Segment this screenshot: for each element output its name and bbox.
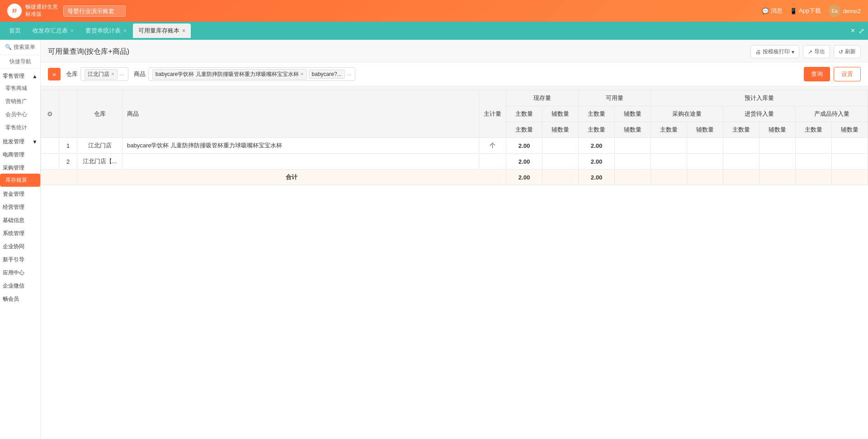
tab-close-receivable[interactable]: × — [71, 28, 74, 34]
sidebar-section-wholesale[interactable]: 批发管理 ▼ — [0, 134, 40, 147]
filter-toggle-btn[interactable]: » — [48, 68, 61, 80]
tab-available-stock[interactable]: 可用量库存账本 × — [133, 24, 191, 38]
th-incoming-main: 主数量 — [723, 122, 760, 138]
summary-label: 合计 — [77, 170, 506, 185]
sidebar-section-system[interactable]: 系统管理 — [0, 226, 40, 239]
message-btn[interactable]: 💬 消息 — [762, 7, 783, 15]
export-btn[interactable]: ↗ 导出 — [803, 45, 830, 58]
sidebar-item-online-store[interactable]: 零售商城 — [0, 82, 40, 95]
sidebar-section-finance[interactable]: 资金管理 — [0, 187, 40, 200]
logo-icon: 好 — [7, 4, 22, 18]
app-download-btn[interactable]: 📱 App下载 — [790, 7, 821, 15]
tab-close-available-stock[interactable]: × — [182, 28, 185, 34]
tab-maximize-btn[interactable]: ⤢ — [859, 27, 864, 35]
refresh-btn[interactable]: ↺ 刷新 — [834, 45, 861, 58]
sidebar-section-enterprise[interactable]: 企业协同 — [0, 239, 40, 252]
th-settings[interactable]: ⚙ — [41, 90, 59, 138]
tab-order-stat[interactable]: 要货单统计表 × — [80, 24, 132, 38]
summary-stock-main: 2.00 — [506, 170, 542, 185]
warehouse-more-icon[interactable]: ··· — [119, 71, 124, 78]
cell-settings-2 — [41, 154, 59, 170]
tab-close-all-btn[interactable]: × — [851, 27, 855, 35]
refresh-icon: ↺ — [839, 49, 843, 55]
sidebar-section-stock[interactable]: 库存核算 — [0, 174, 40, 187]
cell-production-main-2 — [796, 154, 832, 170]
cell-incoming-aux-2 — [760, 154, 796, 170]
sidebar-section-wechat[interactable]: 企业微信 — [0, 279, 40, 292]
user-area[interactable]: Ea demo2 — [828, 5, 861, 17]
cell-stock-aux-1 — [542, 138, 579, 154]
sidebar: 🔍 搜索菜单 快捷导航 零售管理 ▲ 零售商城 营销推广 会员中心 零售统计 批… — [0, 40, 41, 439]
sidebar-section-vip[interactable]: 畅会员 — [0, 292, 40, 305]
summary-p3 — [723, 170, 760, 185]
sidebar-section-zero-sales[interactable]: 零售管理 ▲ — [0, 69, 40, 82]
cell-product-2 — [123, 154, 479, 170]
top-bar-left: 好 畅捷通好生意 标准版 母婴行业演示账套 — [7, 4, 126, 18]
sidebar-item-marketing[interactable]: 营销推广 — [0, 95, 40, 108]
settings-btn[interactable]: 设置 — [834, 67, 861, 81]
th-production-aux: 辅数量 — [832, 122, 868, 138]
product-filter-group: 商品 babycare学饮杯 儿童防摔防撞吸管杯重力球吸嘴杯宝宝水杯 × bab… — [134, 67, 356, 81]
top-bar: 好 畅捷通好生意 标准版 母婴行业演示账套 💬 消息 📱 App下载 Ea de… — [0, 0, 868, 22]
th-forecast-group: 预计入库量 — [651, 90, 868, 106]
top-bar-right: 💬 消息 📱 App下载 Ea demo2 — [762, 5, 861, 17]
tab-home[interactable]: 首页 — [4, 24, 26, 38]
th-stock-aux: 辅数量 — [542, 106, 579, 122]
cell-settings-1 — [41, 138, 59, 154]
industry-selector[interactable]: 母婴行业演示账套 — [63, 5, 126, 17]
product-tag-2: babycare?... — [309, 70, 345, 79]
sidebar-section-basic[interactable]: 基础信息 — [0, 213, 40, 226]
chevron-up-icon: ▲ — [32, 73, 38, 80]
filter-area: » 仓库 江北门店 × ··· 商品 babycare学饮杯 儿童防摔防撞吸管杯… — [41, 62, 868, 86]
cell-avail-aux-1 — [615, 138, 651, 154]
cell-purchase-main-1 — [651, 138, 687, 154]
tab-bar: 首页 收发存汇总表 × 要货单统计表 × 可用量库存账本 × × ⤢ — [0, 22, 868, 40]
summary-p5 — [796, 170, 832, 185]
warehouse-tag-close[interactable]: × — [111, 71, 114, 77]
product-tag-1-close[interactable]: × — [301, 71, 304, 77]
sidebar-section-ecommerce[interactable]: 电商管理 — [0, 147, 40, 160]
summary-p6 — [832, 170, 868, 185]
sidebar-section-purchase[interactable]: 采购管理 — [0, 160, 40, 174]
cell-purchase-aux-1 — [687, 138, 723, 154]
query-btn[interactable]: 查询 — [804, 67, 830, 81]
sidebar-section-appcenter[interactable]: 应用中心 — [0, 265, 40, 279]
product-more-icon[interactable]: ··· — [347, 71, 352, 78]
table-row: 1 江北门店 babycare学饮杯 儿童防摔防撞吸管杯重力球吸嘴杯宝宝水杯 个… — [41, 138, 868, 154]
tab-receivable[interactable]: 收发存汇总表 × — [27, 24, 79, 38]
th-unit: 主计量 — [479, 90, 506, 138]
warehouse-input[interactable]: 江北门店 × ··· — [80, 67, 128, 81]
cell-stock-main-1: 2.00 — [506, 138, 542, 154]
cell-warehouse-1: 江北门店 — [77, 138, 123, 154]
sidebar-item-retail-stat[interactable]: 零售统计 — [0, 121, 40, 134]
sidebar-search[interactable]: 🔍 搜索菜单 — [0, 40, 40, 55]
th-avail-aux-2: 辅数量 — [615, 122, 651, 138]
summary-avail-aux — [615, 170, 651, 185]
sidebar-quick-nav[interactable]: 快捷导航 — [0, 55, 40, 69]
column-settings-icon[interactable]: ⚙ — [47, 110, 53, 118]
th-production: 产成品待入量 — [796, 106, 868, 122]
cell-avail-main-1: 2.00 — [579, 138, 615, 154]
data-table: ⚙ 仓库 商品 主计量 现存量 可用量 预计入库量 主数量 辅数量 主数量 — [41, 90, 868, 185]
table-container[interactable]: ⚙ 仓库 商品 主计量 现存量 可用量 预计入库量 主数量 辅数量 主数量 — [41, 90, 868, 439]
main-layout: 🔍 搜索菜单 快捷导航 零售管理 ▲ 零售商城 营销推广 会员中心 零售统计 批… — [0, 40, 868, 439]
tab-close-order-stat[interactable]: × — [123, 28, 127, 34]
th-warehouse: 仓库 — [77, 90, 123, 138]
page-header: 可用量查询(按仓库+商品) 🖨 按模板打印 ▾ ↗ 导出 ↺ 刷新 — [41, 40, 868, 62]
cell-production-main-1 — [796, 138, 832, 154]
cell-purchase-main-2 — [651, 154, 687, 170]
th-no — [59, 90, 77, 138]
sidebar-section-business[interactable]: 经营管理 — [0, 200, 40, 213]
th-purchase-aux: 辅数量 — [687, 122, 723, 138]
product-input[interactable]: babycare学饮杯 儿童防摔防撞吸管杯重力球吸嘴杯宝宝水杯 × babyca… — [148, 67, 356, 81]
logo-text: 畅捷通好生意 标准版 — [25, 4, 58, 18]
warehouse-tag: 江北门店 × — [85, 69, 118, 80]
chevron-right-icon: » — [52, 71, 56, 78]
th-available-group: 可用量 — [579, 90, 651, 106]
sidebar-section-guide[interactable]: 新手引导 — [0, 252, 40, 265]
sidebar-item-member[interactable]: 会员中心 — [0, 108, 40, 121]
summary-p4 — [760, 170, 796, 185]
th-stock-group: 现存量 — [506, 90, 579, 106]
th-stock-main: 主数量 — [506, 106, 542, 122]
print-btn[interactable]: 🖨 按模板打印 ▾ — [750, 45, 799, 58]
